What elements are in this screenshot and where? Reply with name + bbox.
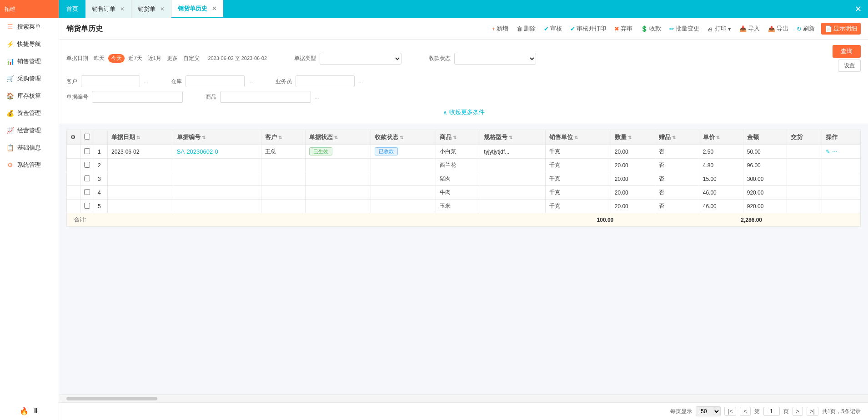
spec-header[interactable]: 规格型号 ⇅ <box>480 130 546 145</box>
checkbox-cell[interactable] <box>80 200 94 213</box>
gear-header[interactable]: ⚙ <box>67 130 80 145</box>
pause-icon[interactable]: ⏸ <box>32 407 40 415</box>
abandon-button[interactable]: ✖ 弃审 <box>612 24 634 34</box>
horizontal-scrollbar[interactable] <box>66 397 157 400</box>
tab-sales-goods-close[interactable]: ✕ <box>160 6 165 12</box>
next-page-button[interactable]: > <box>793 407 803 416</box>
page-label-after: 页 <box>783 408 789 415</box>
row-checkbox-2[interactable] <box>84 175 90 181</box>
tab-sales-goods[interactable]: 销货单 ✕ <box>131 0 171 18</box>
payment-status-select[interactable] <box>454 53 536 65</box>
audit-button[interactable]: ✔ 审核 <box>542 24 564 34</box>
row-checkbox-3[interactable] <box>84 189 90 195</box>
tab-sales-history[interactable]: 销货单历史 ✕ <box>171 0 223 18</box>
checkbox-cell[interactable] <box>80 186 94 200</box>
inventory-icon: 🏠 <box>6 92 14 100</box>
doc-no-cell[interactable]: SA-20230602-0 <box>173 145 261 159</box>
doc-no-header[interactable]: 单据编号 ⇅ <box>173 130 261 145</box>
shortcut-today[interactable]: 今天 <box>108 54 125 63</box>
doc-no-cell[interactable] <box>173 159 261 172</box>
query-button[interactable]: 查询 <box>833 45 861 58</box>
unit-cell: 千克 <box>546 145 611 159</box>
sidebar-item-basic-info[interactable]: 📋 基础信息 <box>0 139 59 156</box>
customer-header[interactable]: 客户 ⇅ <box>261 130 305 145</box>
audit-print-button[interactable]: ✔ 审核并打印 <box>568 24 608 34</box>
first-page-button[interactable]: |< <box>724 407 736 416</box>
sidebar-item-quick-nav[interactable]: ⚡ 快捷导航 <box>0 35 59 53</box>
checkbox-header[interactable] <box>80 130 94 145</box>
warehouse-dots[interactable]: ... <box>248 78 253 85</box>
doc-date-header[interactable]: 单据日期 ⇅ <box>108 130 173 145</box>
shortcut-more[interactable]: 更多 <box>165 54 180 63</box>
sidebar-item-inventory[interactable]: 🏠 库存核算 <box>0 87 59 105</box>
sidebar-item-ops[interactable]: 📈 经营管理 <box>0 122 59 139</box>
tab-home[interactable]: 首页 <box>59 0 85 18</box>
doc-no-input[interactable] <box>92 91 183 103</box>
close-all-tabs[interactable]: ✕ <box>848 4 868 14</box>
print-button[interactable]: 🖨 打印 ▾ <box>706 24 733 34</box>
doc-no-cell[interactable] <box>173 186 261 200</box>
action-cell[interactable] <box>822 186 861 200</box>
batch-change-button[interactable]: ✏ 批量变更 <box>667 24 701 34</box>
doc-no-cell[interactable] <box>173 200 261 213</box>
tab-sales-order-close[interactable]: ✕ <box>120 6 125 12</box>
edit-action[interactable]: ✎ <box>826 149 830 155</box>
goods-input[interactable] <box>220 91 311 103</box>
sidebar-item-sales-mgmt[interactable]: 📊 销售管理 <box>0 53 59 70</box>
warehouse-input[interactable] <box>186 75 245 87</box>
checkbox-cell[interactable] <box>80 145 94 159</box>
per-page-select[interactable]: 50 20 100 <box>696 406 721 416</box>
payment-status-header[interactable]: 收款状态 ⇅ <box>371 130 436 145</box>
unit-price-header[interactable]: 单价 ⇅ <box>699 130 743 145</box>
amount-cell: 920.00 <box>743 186 787 200</box>
sidebar-item-search-menu[interactable]: ☰ 搜索菜单 <box>0 18 59 35</box>
tab-sales-order[interactable]: 销售订单 ✕ <box>85 0 131 18</box>
setting-button[interactable]: 设置 <box>838 60 861 72</box>
shortcut-custom[interactable]: 自定义 <box>181 54 201 63</box>
shortcut-yesterday[interactable]: 昨天 <box>92 54 106 63</box>
delete-button[interactable]: 🗑 删除 <box>515 24 537 34</box>
show-detail-button[interactable]: 📄 显示明细 <box>821 23 861 35</box>
shortcut-1month[interactable]: 近1月 <box>146 54 164 63</box>
qty-header[interactable]: 数量 ⇅ <box>611 130 655 145</box>
row-checkbox-0[interactable] <box>84 148 90 154</box>
tab-sales-history-close[interactable]: ✕ <box>212 5 216 12</box>
collapse-button[interactable]: ∧ 收起更多条件 <box>441 106 487 118</box>
goods-header[interactable]: 商品 ⇅ <box>436 130 480 145</box>
unit-header[interactable]: 销售单位 ⇅ <box>546 130 611 145</box>
action-cell[interactable] <box>822 159 861 172</box>
add-button[interactable]: + 新增 <box>490 24 510 34</box>
refresh-button[interactable]: ↻ 刷新 <box>795 24 817 34</box>
prev-page-button[interactable]: < <box>740 407 750 416</box>
salesperson-input[interactable] <box>296 75 355 87</box>
doc-no-cell[interactable] <box>173 172 261 186</box>
sidebar-item-finance[interactable]: 💰 资金管理 <box>0 105 59 122</box>
more-action[interactable]: ⋯ <box>832 149 838 155</box>
doc-no-link[interactable]: SA-20230602-0 <box>177 148 218 155</box>
page-input[interactable] <box>763 407 780 416</box>
customer-input[interactable] <box>81 75 140 87</box>
last-page-button[interactable]: >| <box>807 407 818 416</box>
goods-dots[interactable]: ... <box>315 94 319 100</box>
sidebar-item-sys-mgmt[interactable]: ⚙ 系统管理 <box>0 156 59 174</box>
salesperson-dots[interactable]: ... <box>358 78 363 85</box>
fire-icon[interactable]: 🔥 <box>20 407 29 415</box>
action-cell[interactable] <box>822 172 861 186</box>
doc-type-select[interactable] <box>320 53 401 65</box>
row-checkbox-4[interactable] <box>84 203 90 209</box>
gift-header[interactable]: 赠品 ⇅ <box>655 130 699 145</box>
customer-dots[interactable]: ... <box>144 78 148 85</box>
export-button[interactable]: 📤 导出 <box>766 24 790 34</box>
checkbox-cell[interactable] <box>80 172 94 186</box>
shortcut-7days[interactable]: 近7天 <box>126 54 144 63</box>
doc-status-header[interactable]: 单据状态 ⇅ <box>305 130 371 145</box>
checkbox-cell[interactable] <box>80 159 94 172</box>
receive-button[interactable]: 💲 收款 <box>639 24 663 34</box>
import-button[interactable]: 📥 导入 <box>738 24 762 34</box>
action-cell[interactable]: ✎⋯ <box>822 145 861 159</box>
sidebar-item-purchase-mgmt[interactable]: 🛒 采购管理 <box>0 70 59 87</box>
select-all-checkbox[interactable] <box>84 134 90 140</box>
row-checkbox-1[interactable] <box>84 162 90 168</box>
action-cell[interactable] <box>822 200 861 213</box>
unit-cell: 千克 <box>546 172 611 186</box>
